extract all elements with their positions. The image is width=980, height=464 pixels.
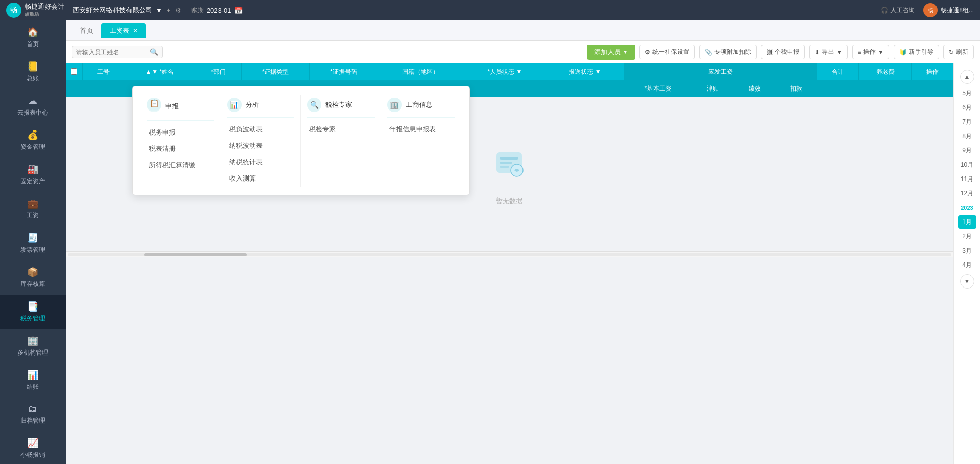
bottom-scrollbar[interactable] [66,251,953,257]
company-name: 西安虾米网络科技有限公司 [73,6,153,15]
month-7[interactable]: 7月 [958,115,976,128]
th-status[interactable]: *人员状态 ▼ [464,63,546,80]
svg-rect-3 [500,166,509,168]
menu-item-tax-expert[interactable]: 税检专家 [307,121,375,138]
add-company-icon[interactable]: ＋ [165,6,172,15]
search-input[interactable] [76,49,148,56]
sidebar-item-tax[interactable]: 📑 税务管理 [0,295,66,329]
menu-item-tax-wave[interactable]: 纳税波动表 [227,138,295,154]
th-total: 合计 [817,63,859,80]
menu-item-tax-stats[interactable]: 纳税统计表 [227,154,295,170]
special-deduction-btn[interactable]: 📎 专项附加扣除 [699,45,757,59]
month-2[interactable]: 2月 [958,230,976,243]
sidebar-item-reports[interactable]: 📈 小畅报销 [0,431,66,464]
refresh-btn[interactable]: ↻ 刷新 [943,45,974,59]
select-all-checkbox[interactable] [71,68,77,75]
reports-icon: 📈 [27,437,38,449]
month-4[interactable]: 4月 [958,258,976,272]
month-6[interactable]: 6月 [958,101,976,114]
menu-item-annual-report[interactable]: 年报信息申报表 [387,121,455,138]
refresh-label: 刷新 [956,48,968,56]
th-dept: *部门 [195,63,242,80]
month-3[interactable]: 3月 [958,244,976,257]
tab-home[interactable]: 首页 [72,23,101,38]
tab-close-btn[interactable]: ✕ [133,27,138,34]
tab-salary[interactable]: 工资表 ✕ [101,23,146,38]
menu-item-income-estimate[interactable]: 收入测算 [227,170,295,187]
sidebar-item-inventory[interactable]: 📦 库存核算 [0,260,66,295]
search-box[interactable]: 🔍 [72,46,163,58]
menu-item-tax-filing[interactable]: 税务申报 [147,124,214,141]
social-label: 统一社保设置 [652,48,689,56]
sidebar-item-archive[interactable]: 🗂 归档管理 [0,397,66,431]
month-10[interactable]: 10月 [958,158,976,171]
sidebar-item-invoice[interactable]: 🧾 发票管理 [0,226,66,260]
export-btn[interactable]: ⬇ 导出 ▼ [809,45,848,59]
th-report-status[interactable]: 报送状态 ▼ [546,63,624,80]
user-name: 畅捷通8组... [941,6,974,15]
panel-down-btn[interactable]: ▼ [960,274,974,289]
tax-filing-icon: 🖼 [767,49,773,56]
sidebar-item-funds[interactable]: 💰 资金管理 [0,123,66,158]
guide-btn[interactable]: 🔰 新手引导 [894,45,939,59]
scrollbar-thumb[interactable] [144,253,247,256]
toolbar: 🔍 添加人员 ▼ ⚙ 统一社保设置 📎 专项附加扣除 🖼 个税申报 ⬇ 导出 [66,41,980,63]
sidebar-item-salary[interactable]: 💼 工资 [0,192,66,226]
sidebar-item-cloud[interactable]: ☁ 云报表中心 [0,89,66,123]
panel-up-btn[interactable]: ▲ [960,70,974,84]
sidebar-item-home[interactable]: 🏠 首页 [0,20,66,55]
right-panel: ▲ 5月 6月 7月 8月 9月 10月 11月 12月 2023 1月 2月 … [953,63,980,464]
report-header-label: 申报 [165,102,179,111]
refresh-icon: ↻ [949,49,954,56]
th-name[interactable]: ▲▼ *姓名 [124,63,195,80]
search-icon[interactable]: 🔍 [150,48,158,56]
month-1[interactable]: 1月 [958,215,976,229]
month-5[interactable]: 5月 [958,86,976,100]
sidebar: 🏠 首页 📒 总账 ☁ 云报表中心 💰 资金管理 🏭 固定资产 💼 工资 🧾 发… [0,20,66,464]
user-menu[interactable]: 畅 畅捷通8组... [923,3,974,17]
funds-icon: 💰 [27,129,38,141]
dropdown-col-business: 🏢 工商信息 年报信息申报表 [381,95,462,187]
th-salary-group: 应发工资 [624,63,817,80]
tax-filing-btn[interactable]: 🖼 个税申报 [761,45,805,59]
sidebar-item-settlement[interactable]: 📊 结账 [0,363,66,397]
sidebar-item-multi-org[interactable]: 🏢 多机构管理 [0,329,66,363]
add-person-btn[interactable]: 添加人员 ▼ [587,45,635,60]
calendar-icon[interactable]: 📅 [234,7,243,14]
support-btn[interactable]: 🎧 人工咨询 [881,6,915,15]
month-9[interactable]: 9月 [958,144,976,157]
th2-report [546,80,624,97]
guide-btn-label: 新手引导 [909,48,933,56]
cloud-icon: ☁ [28,95,37,106]
add-person-label: 添加人员 [594,48,621,57]
year-2023-marker: 2023 [958,201,976,214]
settlement-icon: 📊 [27,369,38,381]
month-11[interactable]: 11月 [958,172,976,186]
sidebar-label-salary: 工资 [27,211,39,220]
th2-status [464,80,546,97]
sidebar-item-assets[interactable]: 🏭 固定资产 [0,158,66,192]
app-name: 畅捷通好会计 [25,3,64,11]
th-id-type: *证据类型 [242,63,310,80]
company-selector[interactable]: 西安虾米网络科技有限公司 ▼ ＋ ⚙ [73,6,181,15]
table-wrapper: 📋 申报 税务申报 税表清册 所得税汇算清缴 📊 分析 [66,63,953,464]
salary-icon: 💼 [27,198,38,209]
empty-state-icon [489,142,530,190]
th-checkbox[interactable] [66,63,83,80]
menu-item-income-tax-annual[interactable]: 所得税汇算清缴 [147,157,214,173]
social-security-btn[interactable]: ⚙ 统一社保设置 [639,45,695,59]
operation-btn[interactable]: ≡ 操作 ▼ [852,45,889,59]
period-selector[interactable]: 账期 2023-01 📅 [191,6,243,15]
menu-item-tax-burden[interactable]: 税负波动表 [227,121,295,138]
company-settings-icon[interactable]: ⚙ [175,7,181,14]
menu-item-tax-table[interactable]: 税表清册 [147,141,214,157]
operation-label: 操作 [863,48,876,56]
month-12[interactable]: 12月 [958,187,976,200]
dropdown-grid: 📋 申报 税务申报 税表清册 所得税汇算清缴 📊 分析 [141,95,461,187]
th2-performance: 绩效 [734,80,775,97]
invoice-icon: 🧾 [27,232,38,244]
sidebar-label-reports: 小畅报销 [20,451,45,459]
month-8[interactable]: 8月 [958,129,976,143]
sidebar-item-ledger[interactable]: 📒 总账 [0,55,66,89]
company-dropdown-icon[interactable]: ▼ [156,7,162,14]
